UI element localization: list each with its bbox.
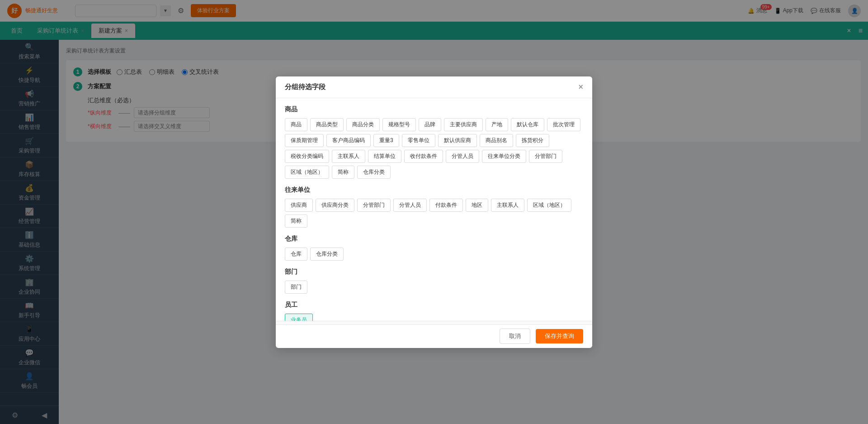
field-tags-warehouse: 仓库仓库分类 bbox=[285, 248, 583, 261]
field-tag-default-warehouse[interactable]: 默认仓库 bbox=[511, 118, 544, 131]
field-tags-department: 部门 bbox=[285, 281, 583, 294]
field-tag-spec-type[interactable]: 规格型号 bbox=[382, 118, 416, 131]
field-tag-wh-category[interactable]: 仓库分类 bbox=[310, 248, 344, 261]
modal-overlay: 分组待选字段 × 商品商品商品类型商品分类规格型号品牌主要供应商产地默认仓库批次… bbox=[0, 0, 868, 424]
field-group-partner: 往来单位供应商供应商分类分管部门分管人员付款条件地区主联系人区域（地区）简称 bbox=[285, 186, 583, 228]
field-tag-supplier[interactable]: 供应商 bbox=[285, 199, 313, 212]
field-group-title-warehouse: 仓库 bbox=[285, 235, 583, 243]
field-tag-short-name[interactable]: 简称 bbox=[332, 166, 354, 179]
field-tag-product-alias[interactable]: 商品别名 bbox=[480, 134, 513, 147]
field-tag-product-category[interactable]: 商品分类 bbox=[346, 118, 380, 131]
field-tag-department[interactable]: 部门 bbox=[285, 281, 307, 294]
field-tag-region-area[interactable]: 区域（地区） bbox=[285, 166, 329, 179]
field-tag-pick-score[interactable]: 拣货积分 bbox=[516, 134, 549, 147]
field-group-employee: 员工业务员 bbox=[285, 301, 583, 321]
field-group-title-department: 部门 bbox=[285, 268, 583, 276]
field-tag-batch-mgmt[interactable]: 批次管理 bbox=[547, 118, 580, 131]
field-tag-supplier-category[interactable]: 供应商分类 bbox=[316, 199, 354, 212]
field-tag-region[interactable]: 地区 bbox=[466, 199, 488, 212]
field-tag-main-contact[interactable]: 主联系人 bbox=[332, 150, 365, 163]
field-group-product: 商品商品商品类型商品分类规格型号品牌主要供应商产地默认仓库批次管理保质期管理客户… bbox=[285, 105, 583, 179]
field-tags-employee: 业务员 bbox=[285, 314, 583, 321]
field-tag-main-supplier[interactable]: 主要供应商 bbox=[444, 118, 483, 131]
field-group-title-partner: 往来单位 bbox=[285, 186, 583, 194]
field-group-title-employee: 员工 bbox=[285, 301, 583, 309]
field-tag-dept-manager[interactable]: 分管人员 bbox=[393, 199, 427, 212]
field-tag-managing-dept[interactable]: 分管部门 bbox=[529, 150, 562, 163]
save-query-button[interactable]: 保存并查询 bbox=[536, 329, 583, 343]
field-tag-retail-unit[interactable]: 零售单位 bbox=[402, 134, 435, 147]
cancel-button[interactable]: 取消 bbox=[500, 329, 530, 344]
field-tag-tax-code[interactable]: 税收分类编码 bbox=[285, 150, 329, 163]
field-tag-default-supplier[interactable]: 默认供应商 bbox=[438, 134, 477, 147]
field-tag-from-unit-category[interactable]: 往来单位分类 bbox=[482, 150, 526, 163]
modal-footer: 取消 保存并查询 bbox=[276, 324, 592, 348]
field-tag-dept[interactable]: 分管部门 bbox=[357, 199, 391, 212]
field-group-department: 部门部门 bbox=[285, 268, 583, 294]
field-tags-partner: 供应商供应商分类分管部门分管人员付款条件地区主联系人区域（地区）简称 bbox=[285, 199, 583, 228]
field-group-warehouse: 仓库仓库仓库分类 bbox=[285, 235, 583, 261]
field-tag-payment-terms[interactable]: 收付款条件 bbox=[404, 150, 443, 163]
field-tags-product: 商品商品类型商品分类规格型号品牌主要供应商产地默认仓库批次管理保质期管理客户商品… bbox=[285, 118, 583, 179]
field-tag-settlement-unit[interactable]: 结算单位 bbox=[368, 150, 401, 163]
modal-horizontal-scrollbar[interactable] bbox=[276, 321, 592, 324]
modal-close-btn[interactable]: × bbox=[578, 82, 583, 92]
field-tag-warehouse-category[interactable]: 仓库分类 bbox=[357, 166, 391, 179]
field-tag-weight3[interactable]: 重量3 bbox=[373, 134, 399, 147]
field-tag-contact[interactable]: 主联系人 bbox=[491, 199, 524, 212]
field-tag-salesperson[interactable]: 业务员 bbox=[285, 314, 313, 321]
field-tag-quality-mgmt[interactable]: 保质期管理 bbox=[285, 134, 324, 147]
modal-body: 商品商品商品类型商品分类规格型号品牌主要供应商产地默认仓库批次管理保质期管理客户… bbox=[276, 98, 592, 321]
field-tag-product-type[interactable]: 商品类型 bbox=[310, 118, 344, 131]
field-tag-origin[interactable]: 产地 bbox=[486, 118, 508, 131]
field-tag-manager[interactable]: 分管人员 bbox=[446, 150, 479, 163]
field-tag-product[interactable]: 商品 bbox=[285, 118, 307, 131]
field-tag-payment-cond[interactable]: 付款条件 bbox=[429, 199, 463, 212]
field-group-title-product: 商品 bbox=[285, 105, 583, 114]
field-tag-area-region[interactable]: 区域（地区） bbox=[527, 199, 571, 212]
field-tag-short-name2[interactable]: 简称 bbox=[285, 214, 307, 228]
field-select-modal: 分组待选字段 × 商品商品商品类型商品分类规格型号品牌主要供应商产地默认仓库批次… bbox=[276, 76, 592, 348]
field-tag-brand[interactable]: 品牌 bbox=[419, 118, 441, 131]
field-tag-wh[interactable]: 仓库 bbox=[285, 248, 307, 261]
modal-header: 分组待选字段 × bbox=[276, 76, 592, 98]
modal-title: 分组待选字段 bbox=[285, 83, 326, 91]
field-tag-customer-code[interactable]: 客户商品编码 bbox=[326, 134, 371, 147]
